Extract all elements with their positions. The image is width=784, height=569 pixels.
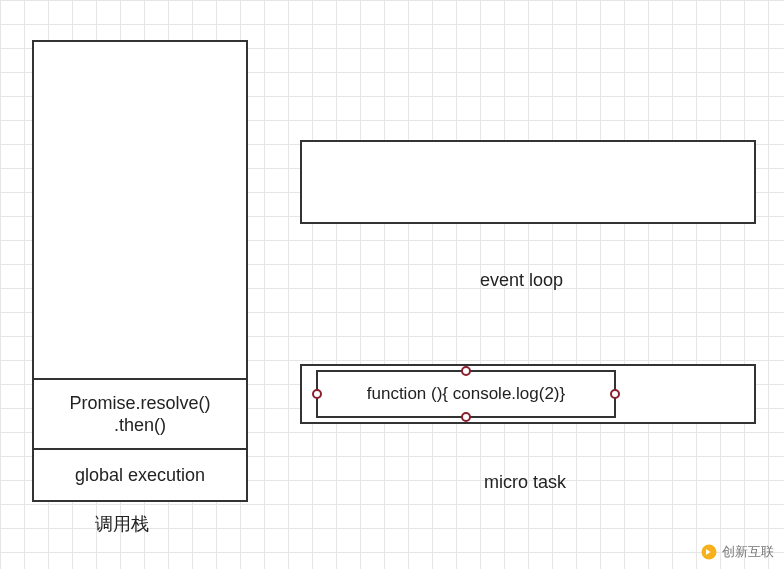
event-loop-label: event loop [480, 270, 563, 291]
microtask-item-selected[interactable]: function (){ console.log(2)} [316, 370, 616, 418]
resize-handle-left-icon[interactable] [312, 389, 322, 399]
resize-handle-right-icon[interactable] [610, 389, 620, 399]
call-stack-label: 调用栈 [95, 512, 149, 536]
watermark: 创新互联 [700, 543, 774, 561]
frame-line-1: Promise.resolve() [69, 393, 210, 413]
resize-handle-bottom-icon[interactable] [461, 412, 471, 422]
call-stack-box: Promise.resolve() .then() global executi… [32, 40, 248, 502]
frame-line-1: global execution [75, 464, 205, 487]
resize-handle-top-icon[interactable] [461, 366, 471, 376]
stack-frame-promise: Promise.resolve() .then() [34, 378, 246, 448]
watermark-text: 创新互联 [722, 543, 774, 561]
event-loop-box [300, 140, 756, 224]
microtask-item-text: function (){ console.log(2)} [367, 384, 565, 404]
watermark-logo-icon [700, 543, 718, 561]
stack-frame-global: global execution [34, 448, 246, 500]
microtask-queue-label: micro task [484, 472, 566, 493]
frame-line-2: .then() [114, 415, 166, 435]
